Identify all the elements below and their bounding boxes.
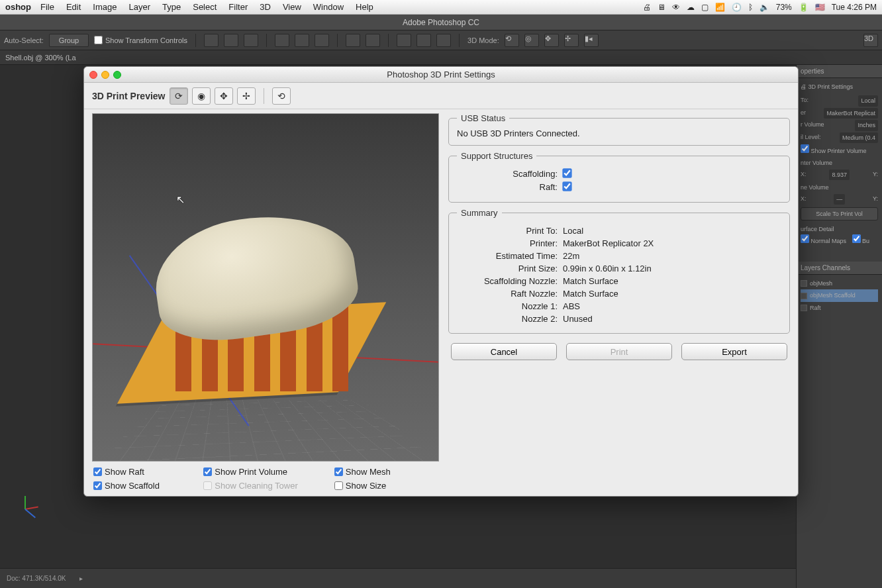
airplay-icon[interactable]: ▢ bbox=[701, 3, 709, 12]
document-tab[interactable]: Shell.obj @ 300% (La bbox=[0, 50, 882, 65]
properties-tab[interactable]: operties bbox=[797, 65, 882, 78]
3d-zoom-icon[interactable]: ▮◂ bbox=[584, 34, 599, 47]
cancel-button[interactable]: Cancel bbox=[451, 343, 557, 360]
detail-level-value[interactable]: Medium (0.4 bbox=[840, 132, 878, 143]
zoom-icon[interactable] bbox=[113, 71, 121, 79]
3d-mode-label: 3D Mode: bbox=[467, 36, 499, 44]
printer-label: er bbox=[801, 108, 806, 119]
menu-view[interactable]: View bbox=[283, 2, 301, 12]
summary-key: Nozzle 2: bbox=[457, 314, 563, 324]
align-btn-5[interactable] bbox=[295, 34, 309, 47]
support-structures-group: Support Structures Scaffolding: Raft: bbox=[448, 151, 790, 203]
layer-row[interactable]: Raft bbox=[801, 302, 878, 314]
menu-type[interactable]: Type bbox=[162, 2, 181, 12]
wifi-icon[interactable]: 📶 bbox=[715, 3, 725, 12]
dialog-titlebar[interactable]: Photoshop 3D Print Settings bbox=[84, 67, 798, 83]
roll-tool-icon[interactable]: ◉ bbox=[192, 87, 211, 105]
sync-icon[interactable]: ☁ bbox=[687, 3, 695, 12]
usb-status-message: No USB 3D Printers Connected. bbox=[457, 128, 781, 138]
volume-icon[interactable]: 🔈 bbox=[760, 3, 769, 12]
battery-icon[interactable]: 🔋 bbox=[799, 3, 808, 12]
orbit-tool-icon[interactable]: ⟳ bbox=[170, 87, 188, 105]
layer-row[interactable]: objMesh bbox=[801, 277, 878, 289]
clock[interactable]: Tue 4:26 PM bbox=[832, 3, 877, 12]
distribute-btn-1[interactable] bbox=[346, 34, 360, 47]
display-icon[interactable]: 🖥 bbox=[658, 3, 665, 12]
visibility-icon[interactable] bbox=[801, 293, 807, 299]
menu-edit[interactable]: Edit bbox=[66, 2, 81, 12]
volume-value[interactable]: Inches bbox=[855, 120, 878, 130]
menu-select[interactable]: Select bbox=[193, 2, 217, 12]
3d-pan-icon[interactable]: ✥ bbox=[544, 34, 559, 47]
export-button[interactable]: Export bbox=[681, 343, 787, 360]
minimize-icon[interactable] bbox=[101, 71, 109, 79]
print-button[interactable]: Print bbox=[566, 343, 672, 360]
menu-image[interactable]: Image bbox=[93, 2, 117, 12]
show-size-checkbox[interactable]: Show Size bbox=[334, 481, 438, 491]
scaffolding-checkbox[interactable] bbox=[562, 168, 571, 177]
normal-maps-checkbox[interactable]: Normal Maps bbox=[801, 238, 846, 244]
timemachine-icon[interactable]: 🕘 bbox=[732, 3, 742, 12]
printer-value[interactable]: MakerBot Replicat bbox=[824, 108, 878, 119]
flag-icon[interactable]: 🇺🇸 bbox=[815, 3, 825, 12]
close-icon[interactable] bbox=[89, 71, 97, 79]
menu-3d[interactable]: 3D bbox=[260, 2, 271, 12]
3d-preview-viewport[interactable]: ↖ bbox=[92, 113, 439, 462]
align-btn-6[interactable] bbox=[315, 34, 329, 47]
distribute-btn-2[interactable] bbox=[366, 34, 380, 47]
3d-roll-icon[interactable]: ◎ bbox=[524, 34, 539, 47]
reset-view-icon[interactable]: ⟲ bbox=[272, 87, 291, 105]
print-to-value[interactable]: Local bbox=[858, 95, 878, 106]
align-btn-4[interactable] bbox=[275, 34, 289, 47]
dialog-toolbar: 3D Print Preview ⟳ ◉ ✥ ✢ ⟲ bbox=[84, 83, 798, 109]
visibility-icon[interactable] bbox=[801, 305, 807, 311]
menu-filter[interactable]: Filter bbox=[228, 2, 248, 12]
summary-value: Match Surface bbox=[563, 289, 781, 299]
3d-badge[interactable]: 3D bbox=[863, 34, 878, 47]
battery-pct: 73% bbox=[776, 3, 792, 12]
printer-icon[interactable]: 🖨 bbox=[643, 3, 651, 12]
auto-select-dropdown[interactable]: Group bbox=[49, 34, 89, 47]
pan-tool-icon[interactable]: ✥ bbox=[215, 87, 233, 105]
dialog-title: Photoshop 3D Print Settings bbox=[84, 70, 798, 79]
eye-icon[interactable]: 👁 bbox=[672, 3, 680, 12]
show-transform-checkbox[interactable]: Show Transform Controls bbox=[94, 36, 187, 44]
layer-row[interactable]: objMesh Scaffold bbox=[801, 289, 878, 301]
layer-name: objMesh Scaffold bbox=[810, 291, 856, 300]
summary-value: Local bbox=[563, 226, 781, 236]
show-print-volume-checkbox[interactable]: Show Print Volume bbox=[203, 467, 328, 477]
x2-value[interactable]: — bbox=[834, 194, 845, 205]
menu-layer[interactable]: Layer bbox=[129, 2, 151, 12]
distribute-btn-3[interactable] bbox=[397, 34, 411, 47]
summary-value: Match Surface bbox=[563, 276, 781, 286]
align-btn-1[interactable] bbox=[204, 34, 219, 47]
volume-label: r Volume bbox=[801, 120, 824, 130]
distribute-btn-4[interactable] bbox=[416, 34, 431, 47]
bump-checkbox[interactable]: Bu bbox=[852, 238, 870, 244]
status-bar: Doc: 471.3K/514.0K ▸ bbox=[0, 568, 796, 588]
menu-help[interactable]: Help bbox=[356, 2, 373, 12]
layers-tab[interactable]: Layers Channels bbox=[797, 262, 882, 275]
raft-checkbox[interactable] bbox=[562, 181, 571, 191]
bluetooth-icon[interactable]: ᛒ bbox=[748, 3, 753, 12]
auto-select-value: Group bbox=[59, 36, 79, 44]
show-printer-volume-checkbox[interactable]: Show Printer Volume bbox=[801, 148, 867, 154]
status-arrow-icon[interactable]: ▸ bbox=[79, 575, 83, 582]
menu-window[interactable]: Window bbox=[313, 2, 344, 12]
detail-level-label: il Level: bbox=[801, 132, 821, 143]
summary-key: Raft Nozzle: bbox=[457, 289, 563, 299]
align-btn-2[interactable] bbox=[224, 34, 238, 47]
align-btn-3[interactable] bbox=[244, 34, 258, 47]
show-raft-checkbox[interactable]: Show Raft bbox=[93, 467, 197, 477]
slide-tool-icon[interactable]: ✢ bbox=[237, 87, 256, 105]
visibility-icon[interactable] bbox=[801, 280, 807, 287]
3d-orbit-icon[interactable]: ⟲ bbox=[505, 34, 519, 47]
show-mesh-checkbox[interactable]: Show Mesh bbox=[334, 467, 438, 477]
x-value[interactable]: 8.937 bbox=[829, 170, 850, 180]
menu-file[interactable]: File bbox=[40, 2, 54, 12]
distribute-btn-5[interactable] bbox=[436, 34, 451, 47]
y2-label: Y: bbox=[873, 194, 878, 205]
show-scaffold-checkbox[interactable]: Show Scaffold bbox=[93, 481, 197, 491]
scale-to-print-button[interactable]: Scale To Print Vol bbox=[801, 207, 878, 220]
3d-slide-icon[interactable]: ✢ bbox=[564, 34, 579, 47]
